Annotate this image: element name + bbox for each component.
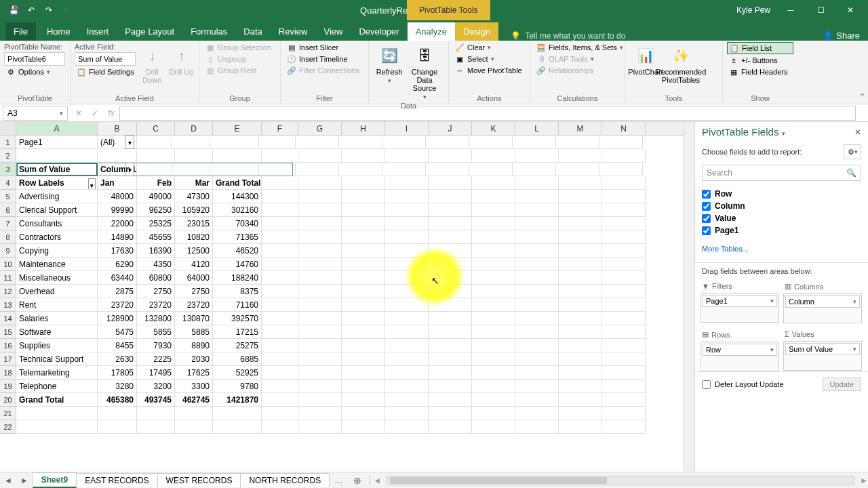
cell[interactable]: [385, 258, 429, 271]
cell[interactable]: [262, 271, 298, 285]
sum-of-value-label[interactable]: Sum of Value: [16, 163, 98, 176]
grand-total-cell[interactable]: 493745: [137, 393, 175, 407]
cell[interactable]: [559, 285, 602, 298]
tab-insert[interactable]: Insert: [79, 22, 117, 41]
row-header[interactable]: 14: [0, 312, 16, 325]
cell[interactable]: [426, 163, 469, 176]
cell[interactable]: [472, 407, 515, 420]
cell[interactable]: [298, 366, 342, 380]
data-cell[interactable]: 7930: [137, 339, 175, 352]
cell[interactable]: [429, 352, 472, 366]
row-total[interactable]: 6885: [213, 352, 262, 366]
data-cell[interactable]: 6290: [98, 258, 137, 271]
cell[interactable]: [559, 325, 602, 339]
cell[interactable]: [342, 339, 385, 352]
cell[interactable]: [298, 217, 342, 230]
field-headers-toggle[interactable]: ▦Field Headers: [727, 66, 793, 77]
cell[interactable]: [262, 325, 298, 339]
row-header[interactable]: 4: [0, 176, 16, 190]
page-filter-label[interactable]: Page1: [16, 136, 98, 149]
data-cell[interactable]: 3300: [175, 380, 213, 393]
row-labels-header[interactable]: Row Labels▾: [16, 176, 98, 190]
cell[interactable]: [342, 366, 385, 380]
tab-formulas[interactable]: Formulas: [182, 22, 235, 41]
defer-checkbox[interactable]: [702, 380, 711, 389]
cell[interactable]: [429, 230, 472, 244]
panel-settings-button[interactable]: ⚙▾: [844, 144, 861, 159]
cell[interactable]: [469, 136, 513, 149]
select-button[interactable]: ▣Select▾: [453, 54, 526, 64]
cell[interactable]: [339, 163, 382, 176]
cell[interactable]: [385, 176, 429, 190]
col-header-B[interactable]: B: [98, 122, 137, 135]
col-header-M[interactable]: M: [559, 122, 602, 135]
horizontal-scrollbar[interactable]: [387, 476, 854, 485]
row-label[interactable]: Advertising: [16, 190, 98, 203]
cell[interactable]: [472, 325, 515, 339]
cell[interactable]: [385, 298, 429, 312]
cell[interactable]: [602, 380, 646, 393]
cell[interactable]: [262, 366, 298, 380]
data-cell[interactable]: 23720: [98, 298, 137, 312]
sheet-tab-east[interactable]: EAST RECORDS: [76, 473, 157, 487]
cell[interactable]: [515, 407, 559, 420]
col-header-L[interactable]: L: [515, 122, 559, 135]
cell[interactable]: [342, 312, 385, 325]
cell[interactable]: [342, 149, 385, 163]
grand-total-label[interactable]: Grand Total: [16, 393, 98, 407]
row-label[interactable]: Telephone: [16, 380, 98, 393]
cell[interactable]: [342, 420, 385, 434]
cell[interactable]: [602, 393, 646, 407]
cell[interactable]: [259, 163, 296, 176]
refresh-button[interactable]: 🔄Refresh▾: [373, 42, 406, 100]
cell[interactable]: [599, 163, 643, 176]
save-icon[interactable]: 💾: [5, 2, 22, 18]
field-checkbox[interactable]: [702, 190, 711, 199]
month-header[interactable]: Jan: [98, 176, 137, 190]
sheet-tab-west[interactable]: WEST RECORDS: [157, 473, 241, 487]
cell[interactable]: [559, 312, 602, 325]
cell[interactable]: [559, 366, 602, 380]
cell[interactable]: [556, 163, 599, 176]
month-header[interactable]: Feb: [137, 176, 175, 190]
cell[interactable]: [385, 203, 429, 217]
tab-design[interactable]: Design: [455, 22, 498, 41]
cell[interactable]: [472, 203, 515, 217]
data-cell[interactable]: 105920: [175, 203, 213, 217]
sheet-tab-north[interactable]: NORTH RECORDS: [240, 473, 330, 487]
update-button[interactable]: Update: [823, 378, 861, 391]
row-header[interactable]: 2: [0, 149, 16, 163]
cell[interactable]: [472, 176, 515, 190]
more-sheets-icon[interactable]: …: [329, 476, 348, 485]
cell[interactable]: [342, 407, 385, 420]
row-header[interactable]: 5: [0, 190, 16, 203]
col-header-K[interactable]: K: [472, 122, 515, 135]
data-cell[interactable]: 17495: [137, 366, 175, 380]
recommended-pivottables-button[interactable]: ✨Recommended PivotTables: [665, 42, 697, 93]
fields-items-sets-button[interactable]: 🧮Fields, Items, & Sets▾: [534, 42, 620, 53]
cell[interactable]: [602, 203, 646, 217]
cell[interactable]: [342, 393, 385, 407]
tab-page-layout[interactable]: Page Layout: [117, 22, 182, 41]
row-header[interactable]: 10: [0, 258, 16, 271]
cell[interactable]: [602, 176, 646, 190]
field-checkbox[interactable]: [702, 214, 711, 223]
tab-analyze[interactable]: Analyze: [408, 22, 455, 41]
cell[interactable]: [513, 136, 556, 149]
field-item[interactable]: Value: [702, 212, 861, 224]
cell[interactable]: [559, 258, 602, 271]
cell[interactable]: [559, 176, 602, 190]
cell[interactable]: [429, 258, 472, 271]
data-cell[interactable]: 60800: [137, 271, 175, 285]
cell[interactable]: [385, 325, 429, 339]
data-cell[interactable]: 3200: [137, 380, 175, 393]
data-cell[interactable]: 5885: [175, 325, 213, 339]
cell[interactable]: [429, 420, 472, 434]
data-cell[interactable]: 96250: [137, 203, 175, 217]
cell[interactable]: [342, 176, 385, 190]
cell[interactable]: [262, 285, 298, 298]
cell[interactable]: [472, 285, 515, 298]
cell[interactable]: [559, 380, 602, 393]
cell[interactable]: [342, 325, 385, 339]
cell[interactable]: [472, 244, 515, 258]
